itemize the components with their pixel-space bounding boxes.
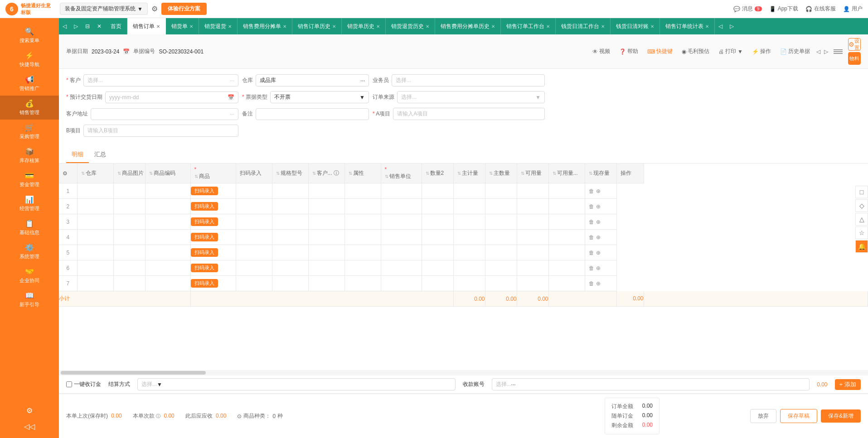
- sidebar-item-2[interactable]: 📢营销推广: [0, 72, 59, 96]
- tab-close-1[interactable]: ✕: [156, 24, 160, 29]
- address-more-icon[interactable]: ···: [230, 111, 234, 117]
- tab-item-0[interactable]: 首页: [105, 18, 127, 34]
- copy-icon-3[interactable]: ⊕: [596, 219, 601, 225]
- float-btn-4[interactable]: ☆: [855, 226, 868, 239]
- save-draft-button[interactable]: 保存草稿: [780, 409, 817, 423]
- sidebar-item-11[interactable]: 📖新手引导: [0, 288, 59, 312]
- tab-item-8[interactable]: 销售费用分摊单历史✕: [435, 18, 501, 34]
- delete-icon-6[interactable]: 🗑: [589, 265, 594, 271]
- warehouse-more-icon[interactable]: ···: [360, 77, 365, 84]
- scan-btn-6[interactable]: 扫码录入: [191, 264, 218, 272]
- customer-address-input[interactable]: ···: [91, 108, 238, 120]
- app-download-item[interactable]: 📱 App下载: [769, 5, 798, 13]
- add-payment-btn[interactable]: + 添加: [835, 379, 861, 390]
- scan-btn-2[interactable]: 扫码录入: [191, 202, 218, 211]
- tab-item-9[interactable]: 销售订单工作台✕: [501, 18, 556, 34]
- user-item[interactable]: 👤 用户: [843, 5, 863, 13]
- delivery-date-input[interactable]: yyyy-mm-dd 📅: [105, 91, 238, 103]
- tab-close-11[interactable]: ✕: [650, 24, 654, 29]
- salesperson-input[interactable]: 选择...: [392, 74, 545, 87]
- tab-item-4[interactable]: 销售费用分摊单✕: [238, 18, 292, 34]
- system-selector[interactable]: 装备及固定资产辅助管理系统 ▼: [60, 3, 148, 15]
- one-key-checkbox[interactable]: [66, 381, 72, 387]
- settings-icon[interactable]: ⚙: [151, 5, 158, 13]
- tab-detail[interactable]: 明细: [66, 147, 89, 163]
- form-material-btn[interactable]: 物料: [848, 52, 861, 65]
- copy-icon-1[interactable]: ⊕: [596, 188, 601, 194]
- tab-close-9[interactable]: ✕: [546, 24, 550, 29]
- warehouse-input[interactable]: 成品库 ···: [256, 74, 369, 87]
- sidebar-item-5[interactable]: 📦库存核算: [0, 144, 59, 168]
- table-row[interactable]: 4扫码录入🗑⊕: [59, 230, 868, 245]
- copy-icon-6[interactable]: ⊕: [596, 265, 601, 271]
- scan-btn-4[interactable]: 扫码录入: [191, 233, 218, 241]
- scan-btn-3[interactable]: 扫码录入: [191, 217, 218, 226]
- shortcut-btn[interactable]: ⌨ 快捷键: [645, 46, 675, 57]
- account-more-icon[interactable]: ···: [511, 381, 516, 388]
- remark-input[interactable]: [256, 108, 369, 120]
- sidebar-item-8[interactable]: 📋基础信息: [0, 216, 59, 240]
- scroll-thumb[interactable]: [61, 371, 206, 375]
- profit-btn[interactable]: ◉ 毛利预估: [679, 46, 712, 57]
- tab-item-5[interactable]: 销售订单历史✕: [292, 18, 342, 34]
- tab-item-3[interactable]: 销货退货✕: [199, 18, 238, 34]
- header-nav-right-icon[interactable]: ▷: [824, 48, 828, 55]
- tab-summary[interactable]: 汇总: [89, 147, 112, 163]
- copy-icon-4[interactable]: ⊕: [596, 234, 601, 241]
- table-row[interactable]: 3扫码录入🗑⊕: [59, 214, 868, 230]
- tab-close-10[interactable]: ✕: [601, 24, 605, 29]
- a-project-input[interactable]: 请输入A项目: [393, 108, 545, 120]
- tab-close-2[interactable]: ✕: [189, 24, 193, 29]
- delete-icon-7[interactable]: 🗑: [589, 280, 594, 287]
- tab-close-3[interactable]: ✕: [228, 24, 232, 29]
- delete-icon-3[interactable]: 🗑: [589, 219, 594, 225]
- sidebar-item-10[interactable]: 🤝企业协同: [0, 264, 59, 288]
- sidebar-item-7[interactable]: 📊经营管理: [0, 192, 59, 216]
- view-btn[interactable]: 👁 视频: [590, 46, 613, 57]
- table-row[interactable]: 7扫码录入🗑⊕: [59, 276, 868, 291]
- float-btn-2[interactable]: ◇: [855, 199, 868, 212]
- col-settings[interactable]: ⚙: [59, 164, 77, 183]
- sidebar-item-0[interactable]: 🔍搜索菜单: [0, 24, 59, 48]
- tab-scroll-right[interactable]: ▷: [726, 18, 737, 34]
- tab-item-1[interactable]: 销售订单✕: [127, 18, 166, 34]
- copy-icon-5[interactable]: ⊕: [596, 250, 601, 256]
- b-project-input[interactable]: 请输入B项目: [83, 125, 238, 137]
- delete-icon-1[interactable]: 🗑: [589, 188, 594, 194]
- solution-button[interactable]: 体验行业方案: [161, 3, 207, 15]
- tab-item-7[interactable]: 销货退货历史✕: [386, 18, 435, 34]
- float-btn-3[interactable]: △: [855, 213, 868, 226]
- copy-icon-2[interactable]: ⊕: [596, 203, 601, 210]
- help-btn[interactable]: ❓ 帮助: [616, 46, 641, 57]
- table-row[interactable]: 5扫码录入🗑⊕: [59, 245, 868, 260]
- one-key-settlement[interactable]: 一键收订金: [66, 380, 101, 388]
- float-btn-1[interactable]: □: [855, 186, 868, 198]
- notification-item[interactable]: 💬 消息 9: [733, 5, 762, 13]
- order-source-input[interactable]: 选择... ▼: [397, 91, 545, 103]
- copy-icon-7[interactable]: ⊕: [596, 280, 601, 287]
- scan-btn-7[interactable]: 扫码录入: [191, 279, 218, 288]
- tab-close-8[interactable]: ✕: [491, 24, 495, 29]
- history-btn[interactable]: 📄 历史单据: [777, 46, 813, 57]
- scan-btn-1[interactable]: 扫码录入: [191, 187, 218, 195]
- sidebar-item-3[interactable]: 💰销售管理: [0, 96, 59, 120]
- float-btn-5[interactable]: 🔔: [855, 240, 868, 253]
- sidebar-item-collapse[interactable]: ◁◁: [0, 419, 59, 434]
- account-select[interactable]: 选择... ···: [492, 378, 810, 390]
- invoice-type-select[interactable]: 不开票 ▼: [270, 91, 369, 103]
- tab-close-4[interactable]: ✕: [283, 24, 286, 29]
- delete-icon-4[interactable]: 🗑: [589, 234, 594, 241]
- tab-item-2[interactable]: 销货单✕: [166, 18, 199, 34]
- delete-icon-5[interactable]: 🗑: [589, 250, 594, 256]
- tab-close-6[interactable]: ✕: [376, 24, 380, 29]
- scan-btn-5[interactable]: 扫码录入: [191, 248, 218, 257]
- tab-item-6[interactable]: 销货单历史✕: [342, 18, 386, 34]
- scroll-track[interactable]: [59, 370, 868, 375]
- tab-prev-btn[interactable]: ◁: [59, 18, 70, 34]
- sidebar-item-4[interactable]: 🛒采购管理: [0, 120, 59, 144]
- tab-close-all-btn[interactable]: ✕: [93, 18, 105, 34]
- save-new-button[interactable]: 保存&新增: [821, 409, 861, 423]
- discard-button[interactable]: 放弃: [750, 409, 776, 423]
- sidebar-item-9[interactable]: ⚙️系统管理: [0, 240, 59, 264]
- tab-item-12[interactable]: 销售订单统计表✕: [660, 18, 715, 34]
